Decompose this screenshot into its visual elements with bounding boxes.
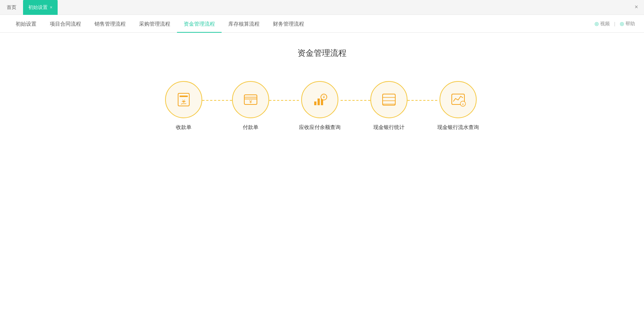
svg-text:¥: ¥ — [249, 99, 252, 104]
bank-stats-icon — [380, 90, 398, 109]
flow-item-cash-bank-flow[interactable]: ¥ 现金银行流水查询 — [437, 81, 479, 131]
video-link[interactable]: ◎ 视频 — [595, 20, 610, 27]
svg-rect-7 — [314, 101, 316, 105]
cash-bank-stats-label: 现金银行统计 — [373, 124, 405, 131]
balance-icon: ¥ — [310, 90, 329, 109]
page-title: 资金管理流程 — [297, 48, 347, 59]
video-label: 视频 — [600, 20, 610, 27]
connector-1 — [202, 100, 232, 112]
svg-text:¥: ¥ — [322, 95, 325, 99]
nav-item-inventory[interactable]: 库存核算流程 — [222, 15, 266, 33]
active-tab-label: 初始设置 — [28, 4, 48, 11]
home-tab[interactable]: 首页 — [0, 0, 23, 15]
payment-icon: ¥ — [241, 90, 260, 109]
bank-stats-icon-circle — [370, 81, 408, 118]
help-link[interactable]: ◎ 帮助 — [620, 20, 635, 27]
top-bar: 首页 初始设置 × — [0, 0, 644, 15]
window-close-button[interactable]: × — [635, 4, 638, 10]
active-tab[interactable]: 初始设置 × — [23, 0, 58, 15]
svg-rect-1 — [180, 96, 188, 97]
main-content: 资金管理流程 ¥ 收款单 — [0, 33, 644, 146]
flow-item-receipt[interactable]: ¥ 收款单 — [165, 81, 202, 131]
svg-text:¥: ¥ — [462, 103, 464, 106]
svg-rect-8 — [318, 99, 320, 105]
receipt-icon-circle: ¥ — [165, 81, 202, 118]
bank-flow-icon: ¥ — [449, 90, 467, 109]
connector-3 — [341, 100, 370, 112]
cash-bank-flow-label: 现金银行流水查询 — [437, 124, 479, 131]
nav-item-purchase-management[interactable]: 采购管理流程 — [132, 15, 177, 33]
balance-label: 应收应付余额查询 — [299, 124, 341, 131]
nav-item-finance-management[interactable]: 财务管理流程 — [266, 15, 311, 33]
payment-label: 付款单 — [243, 124, 258, 131]
flow-item-balance-query[interactable]: ¥ 应收应付余额查询 — [299, 81, 341, 131]
question-circle-icon: ◎ — [620, 21, 624, 26]
nav-item-project-contract[interactable]: 项目合同流程 — [43, 15, 88, 33]
nav-right: ◎ 视频 | ◎ 帮助 — [595, 20, 635, 27]
flow-item-cash-bank-stats[interactable]: 现金银行统计 — [370, 81, 408, 131]
balance-icon-circle: ¥ — [301, 81, 338, 118]
play-circle-icon: ◎ — [595, 21, 599, 26]
help-label: 帮助 — [625, 20, 635, 27]
connector-4 — [408, 100, 437, 112]
svg-rect-12 — [383, 94, 395, 105]
flow-container: ¥ 收款单 ¥ 付款单 — [165, 81, 479, 131]
receipt-label: 收款单 — [176, 124, 191, 131]
receipt-icon: ¥ — [174, 90, 193, 109]
nav-item-sales-management[interactable]: 销售管理流程 — [88, 15, 132, 33]
nav-bar: 初始设置 项目合同流程 销售管理流程 采购管理流程 资金管理流程 库存核算流程 … — [0, 15, 644, 33]
flow-item-payment[interactable]: ¥ 付款单 — [232, 81, 269, 131]
tab-close-icon[interactable]: × — [50, 5, 52, 10]
nav-item-fund-management[interactable]: 资金管理流程 — [177, 15, 222, 33]
payment-icon-circle: ¥ — [232, 81, 269, 118]
bank-flow-icon-circle: ¥ — [439, 81, 477, 118]
nav-item-initial-setup[interactable]: 初始设置 — [9, 15, 43, 33]
connector-2 — [269, 100, 299, 112]
